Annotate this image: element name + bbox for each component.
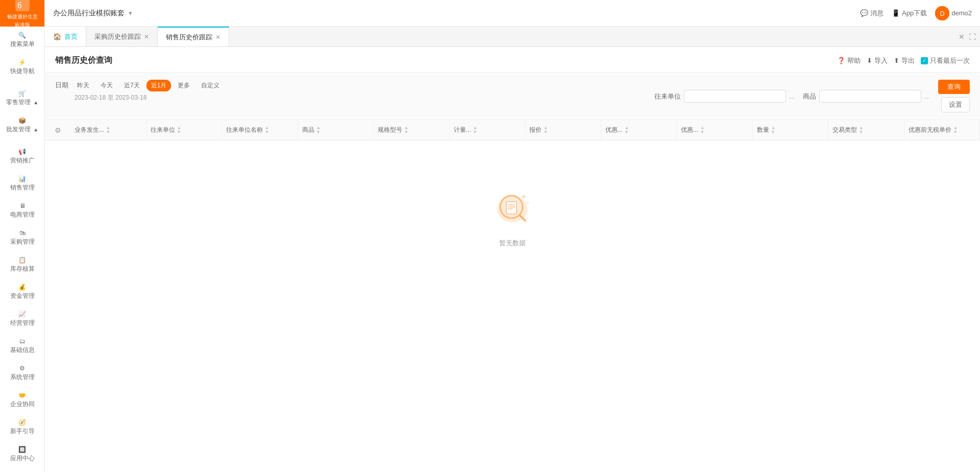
date-btn-more[interactable]: 更多 bbox=[173, 80, 194, 91]
close-all-tabs-button[interactable]: ✕ bbox=[959, 33, 965, 41]
col-partner-code[interactable]: 往来单位 ▼ ▼ bbox=[146, 120, 223, 140]
sort-up-icon: ▼ bbox=[106, 126, 110, 130]
sort-up-icon: ▼ bbox=[265, 126, 269, 130]
col-quoted-price[interactable]: 报价 ▼ ▼ bbox=[525, 120, 601, 140]
checkbox-icon: ✓ bbox=[921, 57, 928, 64]
only-last-checkbox[interactable]: ✓ 只看最后一次 bbox=[921, 56, 970, 65]
col-goods[interactable]: 商品 ▼ ▼ bbox=[298, 120, 374, 140]
date-btn-yesterday[interactable]: 昨天 bbox=[72, 80, 94, 91]
query-button[interactable]: 查询 bbox=[938, 80, 970, 94]
sort-quoted-price[interactable]: ▼ ▼ bbox=[544, 126, 548, 134]
sort-unit[interactable]: ▼ ▼ bbox=[473, 126, 477, 134]
date-btn-today[interactable]: 今天 bbox=[96, 80, 117, 91]
sidebar-item-wholesale[interactable]: 📦 批发管理 ▲ bbox=[0, 112, 45, 139]
col-quantity[interactable]: 数量 ▼ ▼ bbox=[753, 120, 829, 140]
tab-home[interactable]: 🏠 首页 bbox=[45, 27, 86, 46]
sort-down-icon: ▼ bbox=[106, 130, 110, 134]
settings-button[interactable]: 设置 bbox=[941, 97, 970, 112]
col-business-date[interactable]: 业务发生... ▼ ▼ bbox=[70, 120, 146, 140]
sort-up-icon: ▼ bbox=[544, 126, 548, 130]
col-discount1[interactable]: 优惠... ▼ ▼ bbox=[601, 120, 677, 140]
sidebar-item-quick-nav[interactable]: ⚡ 快捷导航 bbox=[0, 54, 45, 81]
tab-sales-close[interactable]: ✕ bbox=[215, 34, 220, 41]
sidebar-item-basic-info[interactable]: 🗂 基础信息 bbox=[0, 333, 45, 360]
sort-up-icon: ▼ bbox=[771, 126, 775, 130]
table-settings-icon[interactable]: ⚙ bbox=[55, 126, 61, 134]
goods-label: 商品 bbox=[803, 91, 816, 101]
col-discount2[interactable]: 优惠... ▼ ▼ bbox=[677, 120, 753, 140]
sidebar-item-guide[interactable]: 🧭 新手引导 bbox=[0, 414, 45, 441]
page-actions: ❓ 帮助 ⬇ 导入 ⬆ 导出 ✓ 只看最后一次 bbox=[837, 56, 970, 65]
sidebar-item-retail[interactable]: 🛒 零售管理 ▲ bbox=[0, 85, 45, 112]
date-buttons: 昨天 今天 近7天 近1月 更多 自定义 bbox=[72, 80, 224, 91]
table-settings-col: ⚙ bbox=[45, 126, 70, 134]
partner-input[interactable] bbox=[684, 90, 786, 103]
goods-filter-section: 商品 ... bbox=[803, 90, 930, 103]
sort-down-icon: ▼ bbox=[177, 130, 181, 134]
filter-right: 往来单位 ... 商品 ... 查询 设置 bbox=[234, 80, 970, 112]
sidebar-item-wechat[interactable]: 💬 企业微信 bbox=[0, 468, 45, 472]
workspace-dropdown-icon[interactable]: ▾ bbox=[129, 9, 132, 17]
app-download-button[interactable]: 📱 App下载 bbox=[892, 9, 927, 18]
import-button[interactable]: ⬇ 导入 bbox=[867, 56, 888, 65]
partner-input-more[interactable]: ... bbox=[789, 92, 795, 100]
export-button[interactable]: ⬆ 导出 bbox=[894, 56, 915, 65]
sidebar-item-sales-mgmt[interactable]: 📊 销售管理 bbox=[0, 170, 45, 197]
sidebar-item-label: 批发管理 ▲ bbox=[6, 125, 38, 134]
col-trade-type[interactable]: 交易类型 ▼ ▼ bbox=[828, 120, 904, 140]
sidebar-item-label: 采购管理 bbox=[10, 238, 35, 246]
sort-spec[interactable]: ▼ ▼ bbox=[404, 126, 408, 134]
sidebar-item-finance[interactable]: 💰 资金管理 bbox=[0, 278, 45, 305]
sidebar-item-search[interactable]: 🔍 搜索菜单 bbox=[0, 27, 45, 54]
sidebar: 6 畅捷通好生意 标准版 🔍 搜索菜单 ⚡ 快捷导航 🛒 零售管理 ▲ 📦 批发… bbox=[0, 0, 45, 472]
marketing-icon: 📢 bbox=[18, 148, 26, 155]
sort-discount2[interactable]: ▼ ▼ bbox=[700, 126, 704, 134]
col-partner-name[interactable]: 往来单位名称 ▼ ▼ bbox=[222, 120, 298, 140]
tab-purchase[interactable]: 采购历史价跟踪 ✕ bbox=[86, 27, 158, 46]
purchase-mgmt-icon: 🛍 bbox=[19, 229, 26, 237]
sidebar-item-system[interactable]: ⚙ 系统管理 bbox=[0, 360, 45, 387]
help-button[interactable]: ❓ 帮助 bbox=[837, 56, 861, 65]
sort-pretax-price[interactable]: ▼ ▼ bbox=[953, 126, 958, 134]
sort-up-icon: ▼ bbox=[404, 126, 408, 130]
user-menu[interactable]: D demo2 bbox=[935, 6, 972, 20]
help-icon: ❓ bbox=[837, 57, 845, 64]
sort-partner-code[interactable]: ▼ ▼ bbox=[177, 126, 181, 134]
date-btn-1month[interactable]: 近1月 bbox=[146, 80, 172, 91]
goods-input-more[interactable]: ... bbox=[924, 92, 930, 100]
message-button[interactable]: 💬 消息 bbox=[860, 9, 884, 18]
sidebar-item-label: 企业协同 bbox=[10, 400, 35, 409]
sort-down-icon: ▼ bbox=[473, 130, 477, 134]
date-btn-7days[interactable]: 近7天 bbox=[119, 80, 144, 91]
date-btn-custom[interactable]: 自定义 bbox=[197, 80, 224, 91]
sidebar-item-label: 快捷导航 bbox=[10, 67, 35, 76]
goods-input[interactable] bbox=[819, 90, 921, 103]
sidebar-item-enterprise[interactable]: 🤝 企业协同 bbox=[0, 387, 45, 414]
col-pretax-price[interactable]: 优惠前无税单价 ▼ ▼ bbox=[904, 120, 981, 140]
col-unit[interactable]: 计量... ▼ ▼ bbox=[450, 120, 526, 140]
sidebar-item-ecommerce[interactable]: 🖥 电商管理 bbox=[0, 197, 45, 224]
sidebar-item-inventory[interactable]: 📋 库存核算 bbox=[0, 251, 45, 278]
import-icon: ⬇ bbox=[867, 57, 872, 64]
sort-trade-type[interactable]: ▼ ▼ bbox=[859, 126, 863, 134]
sort-partner-name[interactable]: ▼ ▼ bbox=[265, 126, 269, 134]
tab-purchase-close[interactable]: ✕ bbox=[144, 33, 149, 40]
export-icon: ⬆ bbox=[894, 57, 899, 64]
tab-sales[interactable]: 销售历史价跟踪 ✕ bbox=[158, 27, 229, 46]
sort-goods[interactable]: ▼ ▼ bbox=[316, 126, 321, 134]
sidebar-item-marketing[interactable]: 📢 营销推广 bbox=[0, 143, 45, 170]
operation-icon: 📈 bbox=[18, 311, 26, 318]
sidebar-item-label: 库存核算 bbox=[10, 265, 35, 273]
maximize-button[interactable]: ⛶ bbox=[969, 33, 976, 41]
sidebar-item-apps[interactable]: 🔲 应用中心 bbox=[0, 441, 45, 468]
sidebar-logo[interactable]: 6 畅捷通好生意 标准版 bbox=[0, 0, 45, 27]
sort-business-date[interactable]: ▼ ▼ bbox=[106, 126, 110, 134]
svg-text:D: D bbox=[940, 10, 945, 17]
sort-quantity[interactable]: ▼ ▼ bbox=[771, 126, 775, 134]
col-spec[interactable]: 规格型号 ▼ ▼ bbox=[374, 120, 450, 140]
download-icon: 📱 bbox=[892, 9, 900, 17]
sidebar-item-purchase-mgmt[interactable]: 🛍 采购管理 bbox=[0, 224, 45, 251]
sidebar-item-operation[interactable]: 📈 经营管理 bbox=[0, 305, 45, 333]
sidebar-item-label: 零售管理 ▲ bbox=[6, 98, 38, 107]
sort-discount1[interactable]: ▼ ▼ bbox=[625, 126, 629, 134]
